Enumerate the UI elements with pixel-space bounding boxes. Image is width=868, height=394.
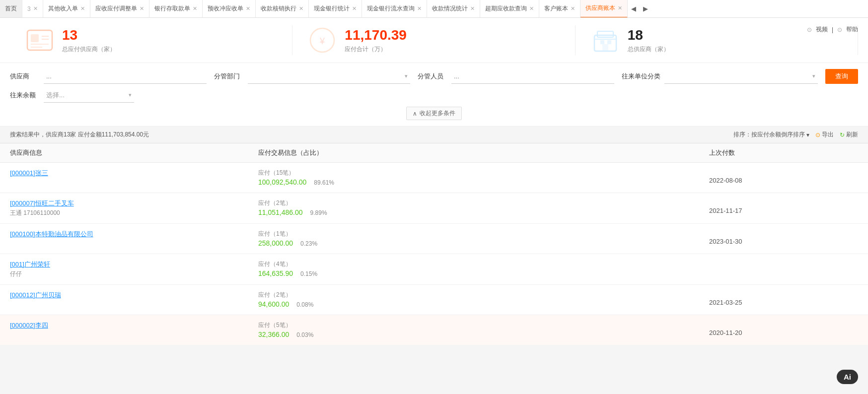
supplier-input[interactable] bbox=[44, 69, 207, 84]
supplier-link-6[interactable]: [000002]李四 bbox=[10, 321, 258, 330]
nav-tab-cash-bank-stat[interactable]: 现金银行统计 ✕ bbox=[309, 0, 362, 18]
close-icon[interactable]: ✕ bbox=[246, 5, 250, 12]
stats-header: 13 总应付供应商（家） ¥ 11,170.39 应付合计（万） 18 总供应商… bbox=[0, 18, 868, 63]
nav-tab-receipt-exec[interactable]: 收款核销执行 ✕ bbox=[256, 0, 309, 18]
stat-label-total-payable: 应付合计（万） bbox=[345, 45, 407, 54]
export-label: 导出 bbox=[822, 131, 834, 139]
close-icon[interactable]: ✕ bbox=[33, 5, 38, 12]
trade-amount-2[interactable]: 11,051,486.00 bbox=[258, 208, 303, 216]
nav-tab-bank-deposit[interactable]: 银行存取款单 ✕ bbox=[149, 0, 203, 18]
stat-info-total-suppliers: 18 总供应商（家） bbox=[628, 27, 669, 54]
nav-tab-cash-flow[interactable]: 现金银行流水查询 ✕ bbox=[362, 0, 427, 18]
nav-tab-ar-ap-adjust[interactable]: 应收应付调整单 ✕ bbox=[90, 0, 149, 18]
balance-select[interactable]: 选择... ▾ bbox=[44, 88, 134, 103]
supplier-link-3[interactable]: [000100]本特勤油品有限公司 bbox=[10, 230, 258, 239]
table-row-wrapper-5: [000012]广州贝瑞 应付（2笔） 94,600.00 0.08% 2021… bbox=[0, 285, 868, 315]
sort-button[interactable]: 排序：按应付余额倒序排序 ▾ bbox=[733, 131, 809, 139]
close-icon[interactable]: ✕ bbox=[571, 5, 575, 12]
dept-label: 分管部门 bbox=[214, 72, 244, 81]
person-input[interactable] bbox=[451, 69, 614, 84]
close-icon[interactable]: ✕ bbox=[417, 5, 422, 12]
trade-row-1: 100,092,540.00 89.61% bbox=[258, 178, 709, 186]
close-icon[interactable]: ✕ bbox=[299, 5, 303, 12]
trade-amount-6[interactable]: 32,366.00 bbox=[258, 330, 289, 338]
filter-category: 往来单位分类 ▾ bbox=[622, 69, 818, 84]
nav-tab-home-label: 首页 bbox=[5, 4, 17, 13]
nav-tab-prepay-ar-label: 预收冲应收单 bbox=[208, 4, 243, 13]
trade-info-1: 应付（15笔） 100,092,540.00 89.61% bbox=[258, 169, 709, 186]
col-header-trade: 应付交易信息（占比） bbox=[258, 148, 709, 157]
collapse-label: 收起更多条件 bbox=[420, 109, 455, 118]
nav-tab-receipt-exec-label: 收款核销执行 bbox=[261, 4, 296, 13]
close-icon[interactable]: ✕ bbox=[80, 5, 85, 12]
svg-rect-11 bbox=[607, 40, 611, 44]
trade-amount-5[interactable]: 94,600.00 bbox=[258, 300, 289, 308]
nav-tab-prepay-ar[interactable]: 预收冲应收单 ✕ bbox=[203, 0, 256, 18]
supplier-link-4[interactable]: [001]广州荣轩 bbox=[10, 260, 258, 269]
close-icon[interactable]: ✕ bbox=[529, 5, 534, 12]
category-select[interactable]: ▾ bbox=[664, 69, 818, 84]
nav-tab-home[interactable]: 首页 bbox=[0, 0, 22, 18]
table-row: [000007]恒旺二手叉车 王通 17106110000 应付（2笔） 11,… bbox=[0, 193, 868, 223]
trade-amount-1[interactable]: 100,092,540.00 bbox=[258, 178, 306, 186]
nav-tab-other-income[interactable]: 其他收入单 ✕ bbox=[43, 0, 90, 18]
nav-left-arrow[interactable]: ◀ bbox=[628, 0, 640, 18]
supplier-link-5[interactable]: [000012]广州贝瑞 bbox=[10, 291, 258, 300]
video-link[interactable]: 视频 bbox=[816, 25, 828, 34]
supplier-link-1[interactable]: [000001]张三 bbox=[10, 169, 258, 178]
trade-desc-4: 应付（4笔） bbox=[258, 260, 709, 268]
trade-amount-3[interactable]: 258,000.00 bbox=[258, 239, 293, 247]
trade-row-6: 32,366.00 0.03% bbox=[258, 330, 709, 338]
nav-tab-bank-deposit-label: 银行存取款单 bbox=[154, 4, 190, 13]
nav-tab-customer-ledger-label: 客户账本 bbox=[544, 4, 568, 13]
nav-tab-3[interactable]: 3 ✕ bbox=[22, 0, 43, 18]
trade-info-2: 应付（2笔） 11,051,486.00 9.89% bbox=[258, 199, 709, 216]
search-button[interactable]: 查询 bbox=[825, 69, 858, 84]
collapse-button[interactable]: ∧ 收起更多条件 bbox=[406, 107, 462, 120]
filter-row-1: 供应商 分管部门 ▾ 分管人员 往来单位分类 ▾ 查询 bbox=[10, 69, 858, 84]
refresh-icon: ↻ bbox=[840, 131, 845, 138]
stat-label-total-suppliers: 总供应商（家） bbox=[628, 45, 669, 54]
nav-tab-cash-flow-label: 现金银行流水查询 bbox=[367, 4, 415, 13]
svg-rect-10 bbox=[600, 40, 604, 44]
total-supplier-icon bbox=[590, 25, 620, 55]
close-icon[interactable]: ✕ bbox=[193, 5, 197, 12]
nav-tab-receipt-stat[interactable]: 收款情况统计 ✕ bbox=[427, 0, 480, 18]
last-pay-1: 2022-08-08 bbox=[709, 172, 858, 184]
table-row-wrapper-6: [000002]李四 应付（5笔） 32,366.00 0.03% 2020-1… bbox=[0, 315, 868, 345]
svg-rect-1 bbox=[31, 34, 39, 42]
trade-percent-1: 89.61% bbox=[314, 179, 334, 186]
nav-tab-3-label: 3 bbox=[27, 5, 31, 12]
refresh-button[interactable]: ↻ 刷新 bbox=[840, 131, 858, 139]
table-row: [000001]张三 应付（15笔） 100,092,540.00 89.61%… bbox=[0, 163, 868, 193]
nav-right-arrow[interactable]: ▶ bbox=[640, 0, 651, 18]
table-header: 供应商信息 应付交易信息（占比） 上次付数 bbox=[0, 143, 868, 163]
stat-info-payable-suppliers: 13 总应付供应商（家） bbox=[62, 27, 116, 54]
trade-desc-3: 应付（1笔） bbox=[258, 230, 709, 238]
help-link[interactable]: 帮助 bbox=[846, 25, 858, 34]
dept-select[interactable]: ▾ bbox=[248, 69, 411, 84]
category-label: 往来单位分类 bbox=[622, 72, 660, 81]
supplier-info-6: [000002]李四 bbox=[10, 321, 258, 330]
supplier-link-2[interactable]: [000007]恒旺二手叉车 bbox=[10, 199, 258, 208]
last-pay-6: 2020-11-20 bbox=[709, 324, 858, 336]
table-row-wrapper-3: [000100]本特勤油品有限公司 应付（1笔） 258,000.00 0.23… bbox=[0, 224, 868, 254]
trade-percent-6: 0.03% bbox=[296, 331, 313, 338]
close-icon[interactable]: ✕ bbox=[352, 5, 357, 12]
nav-tab-supplier-ledger[interactable]: 供应商账本 ✕ bbox=[580, 0, 628, 18]
stat-card-payable-suppliers: 13 总应付供应商（家） bbox=[10, 25, 292, 55]
trade-percent-3: 0.23% bbox=[300, 240, 317, 247]
nav-tab-customer-ledger[interactable]: 客户账本 ✕ bbox=[539, 0, 580, 18]
close-icon[interactable]: ✕ bbox=[618, 5, 622, 11]
trade-desc-1: 应付（15笔） bbox=[258, 169, 709, 177]
nav-tab-overdue-ar[interactable]: 超期应收款查询 ✕ bbox=[480, 0, 539, 18]
export-button[interactable]: ⊙ 导出 bbox=[815, 131, 834, 139]
circle-icon2: ⊙ bbox=[837, 26, 842, 33]
table-container: 供应商信息 应付交易信息（占比） 上次付数 [000001]张三 应付（15笔）… bbox=[0, 143, 868, 345]
trade-amount-4[interactable]: 164,635.90 bbox=[258, 269, 293, 277]
table-row: [000002]李四 应付（5笔） 32,366.00 0.03% 2020-1… bbox=[0, 315, 868, 345]
close-icon[interactable]: ✕ bbox=[470, 5, 475, 12]
svg-text:¥: ¥ bbox=[319, 36, 325, 46]
close-icon[interactable]: ✕ bbox=[140, 5, 144, 12]
table-row-wrapper-2: [000007]恒旺二手叉车 王通 17106110000 应付（2笔） 11,… bbox=[0, 193, 868, 224]
